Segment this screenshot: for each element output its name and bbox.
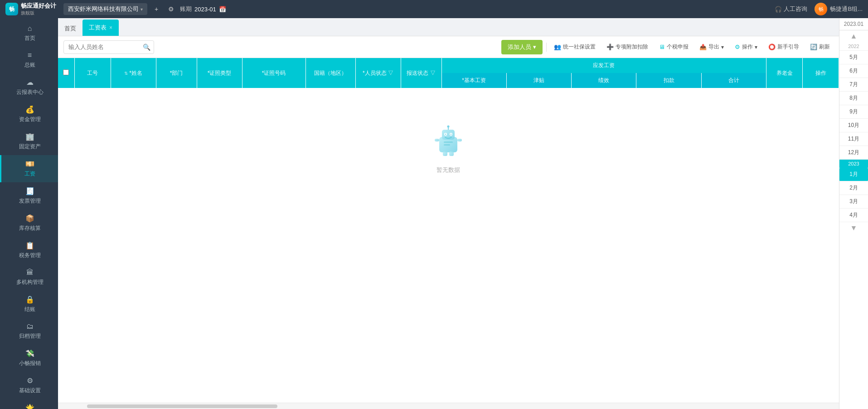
- month-2023-1[interactable]: 1月: [839, 168, 868, 181]
- svg-rect-8: [435, 139, 439, 141]
- svg-rect-9: [457, 139, 462, 141]
- sidebar-item-invoice[interactable]: 🧾 发票管理: [0, 182, 58, 209]
- operation-label: 操作: [742, 43, 753, 51]
- month-2022-11[interactable]: 11月: [839, 132, 868, 146]
- search-input[interactable]: [63, 40, 154, 54]
- tab-close-icon[interactable]: ×: [109, 24, 112, 31]
- guide-icon: 🌟: [25, 404, 34, 409]
- tax-report-label: 个税申报: [667, 43, 689, 51]
- company-selector[interactable]: 西安虾米网络科技有限公司 ▾: [63, 3, 147, 15]
- scroll-bar-area: [58, 403, 839, 409]
- user-area[interactable]: 畅 畅捷通B组...: [815, 3, 863, 15]
- month-2022-10[interactable]: 10月: [839, 119, 868, 132]
- social-security-button[interactable]: 👥 统一社保设置: [550, 41, 599, 53]
- th-deduct: 扣款: [636, 73, 701, 88]
- month-2022-9[interactable]: 9月: [839, 105, 868, 119]
- tab-salary-table[interactable]: 工资表 ×: [82, 19, 119, 36]
- sidebar-label-multi-org: 多机构管理: [16, 278, 44, 286]
- svg-rect-13: [444, 144, 450, 146]
- special-deduct-button[interactable]: ➕ 专项附加扣除: [603, 41, 652, 53]
- logo-icon: 畅: [5, 3, 18, 15]
- th-id-no: *证照号码: [242, 58, 305, 88]
- th-region: 国籍（地区）: [305, 58, 355, 88]
- sidebar-item-guide[interactable]: 🌟 新手引导: [0, 399, 58, 409]
- avatar: 畅: [815, 3, 827, 15]
- sidebar-item-salary[interactable]: 💴 工资: [0, 155, 58, 182]
- filter-icon-report[interactable]: ▽: [430, 70, 436, 76]
- svg-rect-10: [443, 151, 447, 156]
- add-company-button[interactable]: +: [151, 4, 162, 15]
- sidebar-label-home: 首页: [24, 34, 35, 42]
- sidebar-label-inventory: 库存核算: [19, 224, 41, 232]
- tab-home[interactable]: 首页: [58, 21, 82, 36]
- sidebar-item-fund[interactable]: 💰 资金管理: [0, 101, 58, 128]
- sidebar-label-cloud-report: 云报表中心: [16, 88, 44, 96]
- top-bar-right: 🎧 人工咨询 畅 畅捷通B组...: [775, 3, 863, 15]
- sidebar-item-settings[interactable]: ⚙ 基础设置: [0, 372, 58, 399]
- newbie-guide-button[interactable]: ⭕ 新手引导: [765, 41, 803, 53]
- sidebar-item-expense[interactable]: 💸 小畅报销: [0, 345, 58, 372]
- cloud-icon: ☁: [26, 78, 34, 87]
- tab-bar: 首页 工资表 ×: [58, 18, 839, 36]
- th-salary-group: 应发工资: [441, 58, 766, 73]
- sidebar-item-closing[interactable]: 🔒 结账: [0, 291, 58, 318]
- sidebar-item-multi-org[interactable]: 🏛 多机构管理: [0, 264, 58, 291]
- select-all-checkbox[interactable]: [63, 69, 69, 75]
- period-value: 2023-01: [194, 6, 216, 13]
- sidebar-item-ledger[interactable]: ≡ 总账: [0, 47, 58, 73]
- sidebar-label-settings: 基础设置: [19, 387, 41, 394]
- sidebar-item-cloud-report[interactable]: ☁ 云报表中心: [0, 73, 58, 101]
- th-dept: *部门: [156, 58, 197, 88]
- service-button[interactable]: 🎧 人工咨询: [775, 5, 807, 13]
- calendar-icon[interactable]: 📅: [219, 6, 226, 13]
- search-icon[interactable]: 🔍: [143, 44, 150, 51]
- content-area: 首页 工资表 × 🔍 添加人员 ▾ 👥 统一社保设置: [58, 18, 839, 409]
- th-status: *人员状态 ▽: [355, 58, 401, 88]
- nav-up-arrow[interactable]: ▲: [839, 30, 868, 42]
- newbie-guide-icon: ⭕: [768, 44, 776, 50]
- sidebar-item-tax[interactable]: 📋 税务管理: [0, 237, 58, 264]
- right-panel: 2023.01 ▲ 2022 5月 6月 7月 8月 9月 10月 11月 12…: [839, 18, 868, 409]
- sidebar-item-fixed-assets[interactable]: 🏢 固定资产: [0, 128, 58, 155]
- th-total: 合计: [701, 73, 766, 88]
- month-2022-8[interactable]: 8月: [839, 92, 868, 105]
- filter-icon-status[interactable]: ▽: [388, 70, 393, 76]
- tax-report-button[interactable]: 🖥 个税申报: [655, 41, 692, 53]
- toolbar: 🔍 添加人员 ▾ 👥 统一社保设置 ➕ 专项附加扣除 🖥 个税申报: [58, 36, 839, 58]
- app-logo: 畅 畅应通好会计 旗舰版: [5, 2, 56, 16]
- period-label: 账期: [180, 5, 192, 13]
- settings-icon: ⚙: [27, 376, 33, 385]
- year-2023-label: 2023: [839, 160, 868, 168]
- th-id-type: *证照类型: [197, 58, 242, 88]
- sidebar-item-archive[interactable]: 🗂 归档管理: [0, 318, 58, 345]
- sidebar-label-archive: 归档管理: [19, 332, 41, 340]
- sidebar-item-inventory[interactable]: 📦 库存核算: [0, 209, 58, 237]
- month-2022-7[interactable]: 7月: [839, 78, 868, 92]
- month-2023-3[interactable]: 3月: [839, 195, 868, 209]
- svg-point-7: [447, 126, 450, 128]
- tax-report-icon: 🖥: [659, 44, 665, 50]
- scroll-thumb[interactable]: [87, 404, 277, 408]
- year-2022-label: 2022: [839, 42, 868, 51]
- sidebar: ⌂ 首页 ≡ 总账 ☁ 云报表中心 💰 资金管理 🏢 固定资产 💴 工资 🧾 发…: [0, 18, 58, 409]
- add-person-button[interactable]: 添加人员 ▾: [501, 40, 543, 54]
- month-2023-2[interactable]: 2月: [839, 181, 868, 195]
- multi-org-icon: 🏛: [26, 268, 34, 277]
- month-2023-4[interactable]: 4月: [839, 209, 868, 222]
- export-button[interactable]: 📤 导出 ▾: [696, 41, 727, 53]
- month-2022-6[interactable]: 6月: [839, 64, 868, 78]
- settings-button[interactable]: ⚙: [165, 4, 176, 15]
- sidebar-item-home[interactable]: ⌂ 首页: [0, 20, 58, 47]
- th-base-salary: *基本工资: [441, 73, 506, 88]
- nav-down-arrow[interactable]: ▼: [839, 222, 868, 234]
- expense-icon: 💸: [25, 349, 34, 358]
- sidebar-label-ledger: 总账: [24, 61, 35, 69]
- month-2022-12[interactable]: 12月: [839, 146, 868, 160]
- special-deduct-icon: ➕: [606, 44, 614, 50]
- th-checkbox[interactable]: [58, 58, 74, 88]
- refresh-button[interactable]: 🔄 刷新: [806, 41, 834, 53]
- sidebar-label-invoice: 发票管理: [19, 197, 41, 205]
- month-2022-5[interactable]: 5月: [839, 51, 868, 64]
- refresh-label: 刷新: [819, 43, 830, 51]
- operation-button[interactable]: ⚙ 操作 ▾: [731, 41, 761, 53]
